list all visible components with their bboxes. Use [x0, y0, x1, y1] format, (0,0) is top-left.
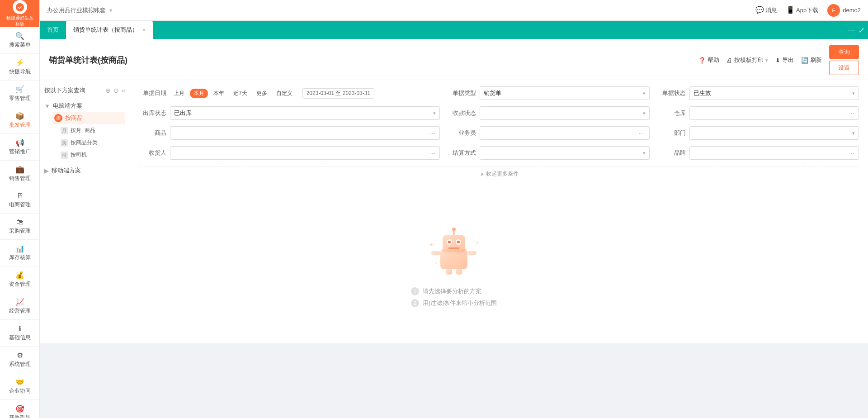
salesperson-input[interactable]: ··· [480, 126, 649, 140]
print-icon: 🖨 [726, 57, 732, 64]
header-actions: 💬 消息 📱 App下载 E demo2 [755, 4, 861, 17]
filter-out-status: 出库状态 已出库 ▾ [139, 106, 440, 120]
sidebar-item-wholesale[interactable]: 📦 批发管理 [0, 107, 39, 134]
sidebar-label-system: 系统管理 [2, 361, 38, 368]
department-label: 部门 [659, 129, 686, 137]
tab-home-label: 首页 [47, 26, 59, 34]
page-header: 销货单统计表(按商品) ❓ 帮助 🖨 按模板打印 ▾ ⬇ 导出 [40, 39, 868, 80]
enterprise-icon: 🤝 [2, 378, 38, 386]
app-download-label: App下载 [796, 7, 818, 14]
sidebar-item-enterprise[interactable]: 🤝 企业协同 [0, 373, 39, 400]
filter-row-1: 单据日期 上月 本月 本年 近7天 更多 自定义 20 [139, 86, 859, 100]
brand-input[interactable]: ··· [689, 146, 859, 160]
scheme-item-label-by-month-product: 按月+商品 [71, 127, 95, 134]
sidebar-item-inventory[interactable]: 📊 库存核算 [0, 240, 39, 266]
help-label: 帮助 [708, 56, 719, 64]
svg-text:✦: ✦ [435, 261, 438, 266]
receive-status-select[interactable]: ▾ [480, 106, 649, 120]
date-tab-more[interactable]: 更多 [253, 89, 271, 98]
scheme-item-by-category[interactable]: 类 按商品分类 [52, 137, 125, 149]
date-tab-7days[interactable]: 近7天 [230, 89, 251, 98]
filter-payment: 结算方式 ▾ [449, 146, 649, 160]
filter-receiver: 收货人 ··· [139, 146, 440, 160]
tab-home[interactable]: 首页 [40, 21, 66, 39]
scheme-item-by-month-product[interactable]: 月 按月+商品 [52, 124, 125, 137]
user-menu[interactable]: E demo2 [827, 4, 861, 17]
date-range-input[interactable]: 2023-03-01 至 2023-03-31 [302, 88, 374, 99]
sidebar-item-retail[interactable]: 🛒 零售管理 [0, 81, 39, 107]
scheme-group-pc-header[interactable]: ▼ 电脑端方案 [44, 100, 125, 112]
doc-type-label: 单据类型 [449, 89, 476, 97]
scheme-item-by-printer[interactable]: 司 按司机 [52, 149, 125, 161]
sidebar-item-newuser[interactable]: 🎯 新手引导 [0, 400, 39, 418]
tab-minimize-icon[interactable]: — [848, 26, 855, 34]
message-button[interactable]: 💬 消息 [755, 6, 778, 14]
scheme-group-mobile-label: 移动端方案 [52, 166, 81, 175]
wholesale-icon: 📦 [2, 112, 38, 120]
sidebar-item-marketing[interactable]: 📢 营销推广 [0, 134, 39, 161]
refresh-button[interactable]: 🔄 刷新 [801, 56, 822, 64]
tip-num-2: 2 [411, 299, 419, 307]
tab-close-icon[interactable]: × [142, 27, 146, 33]
svg-rect-10 [431, 251, 440, 255]
app-download-button[interactable]: 📱 App下载 [786, 6, 818, 14]
settings-button[interactable]: 设置 [829, 61, 859, 75]
warehouse-input[interactable]: ··· [689, 106, 859, 120]
filter-row-4: 收货人 ··· 结算方式 ▾ [139, 146, 859, 160]
avatar: E [827, 4, 840, 17]
scheme-item-by-product[interactable]: 按 按商品 [52, 112, 125, 124]
date-tab-this-year[interactable]: 本年 [210, 89, 228, 98]
workspace-dropdown-icon: ▾ [109, 7, 112, 14]
svg-point-9 [452, 228, 456, 231]
sidebar-item-search[interactable]: 🔍 搜索菜单 [0, 27, 39, 54]
tab-report[interactable]: 销货单统计表（按商品） × [66, 21, 153, 39]
receiver-input[interactable]: ··· [170, 146, 440, 160]
date-tab-custom[interactable]: 自定义 [273, 89, 296, 98]
svg-rect-7 [448, 247, 459, 249]
out-status-select[interactable]: 已出库 ▾ [170, 106, 440, 120]
date-tab-this-month[interactable]: 本月 [190, 89, 208, 98]
marketing-icon: 📢 [2, 138, 38, 147]
empty-tip-2: 2 用[过滤]条件来缩小分析范围 [411, 299, 496, 307]
operation-icon: 📈 [2, 298, 38, 306]
finance-icon: 💰 [2, 271, 38, 280]
sidebar-item-system[interactable]: ⚙ 系统管理 [0, 347, 39, 373]
scheme-group-pc: ▼ 电脑端方案 按 按商品 月 按月+商品 [40, 98, 130, 163]
page-title: 销货单统计表(按商品) [49, 55, 127, 66]
sidebar-item-quick[interactable]: ⚡ 快捷导航 [0, 54, 39, 81]
export-button[interactable]: ⬇ 导出 [775, 56, 794, 64]
scheme-item-label-by-product: 按商品 [65, 114, 83, 122]
brand-label: 品牌 [659, 149, 686, 157]
print-button[interactable]: 🖨 按模板打印 ▾ [726, 56, 768, 64]
filter-row-2: 出库状态 已出库 ▾ 收款状态 ▾ [139, 106, 859, 120]
sidebar-item-finance[interactable]: 💰 资金管理 [0, 266, 39, 293]
sidebar-item-purchase[interactable]: 🛍 采购管理 [0, 214, 39, 240]
scheme-collapse-icon[interactable]: « [122, 87, 125, 94]
collapse-button[interactable]: ∧ 收起更多条件 [480, 170, 519, 178]
product-input[interactable]: ··· [170, 126, 440, 140]
sidebar-item-basic[interactable]: ℹ 基础信息 [0, 320, 39, 347]
doc-status-select[interactable]: 已生效 ▾ [689, 86, 859, 100]
scheme-settings-icon[interactable]: ⊙ [113, 87, 119, 94]
date-tab-last-month[interactable]: 上月 [170, 89, 188, 98]
sidebar-item-operation[interactable]: 📈 经营管理 [0, 293, 39, 320]
department-select[interactable]: ▾ [689, 126, 859, 140]
sidebar-item-ecommerce[interactable]: 🖥 电商管理 [0, 187, 39, 214]
sub-icon-category: 类 [61, 139, 68, 147]
svg-text:✦: ✦ [476, 240, 479, 245]
tab-expand-icon[interactable]: ⤢ [859, 26, 864, 34]
payment-select[interactable]: ▾ [480, 146, 649, 160]
sales-icon: 💼 [2, 165, 38, 174]
scheme-add-icon[interactable]: ⊕ [105, 87, 111, 94]
workspace-selector[interactable]: 办公用品行业模拟账套 ▾ [47, 6, 112, 14]
help-button[interactable]: ❓ 帮助 [698, 56, 719, 64]
logo-icon [13, 0, 27, 14]
receiver-dots-icon: ··· [429, 149, 436, 157]
sidebar-item-sales[interactable]: 💼 销售管理 [0, 161, 39, 187]
query-button[interactable]: 查询 [829, 45, 859, 59]
payment-label: 结算方式 [449, 149, 476, 157]
sidebar-label-sales: 销售管理 [2, 175, 38, 182]
doc-type-select[interactable]: 销货单 ▾ [480, 86, 649, 100]
scheme-group-mobile-header[interactable]: ▶ 移动端方案 [44, 165, 125, 176]
workspace-label: 办公用品行业模拟账套 [47, 6, 106, 14]
